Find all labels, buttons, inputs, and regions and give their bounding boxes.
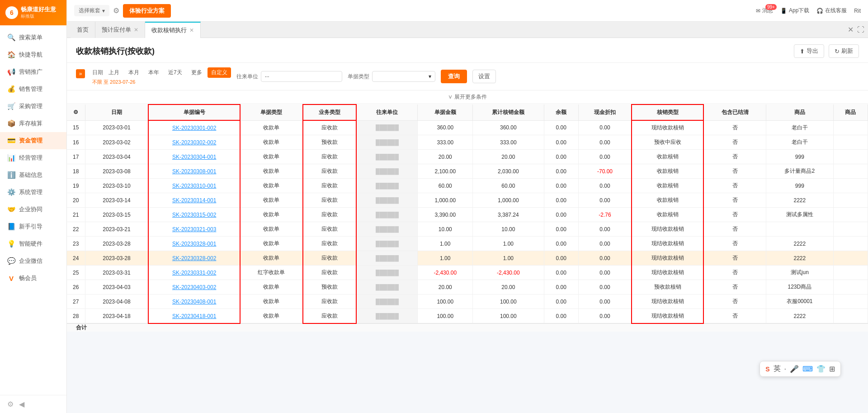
table-row[interactable]: 17 2023-03-04 SK-20230304-001 收款单 应收款 ██…	[67, 150, 868, 164]
sidebar-item-marketing[interactable]: 📢 营销推广	[0, 63, 66, 81]
tab-collection-close[interactable]: ✕	[189, 27, 194, 33]
sidebar-item-shortcut[interactable]: 🏠 快捷导航	[0, 46, 66, 63]
table-row[interactable]: 15 2023-03-01 SK-20230301-002 收款单 应收款 ██…	[67, 120, 868, 135]
row-bill-type: 收款单	[240, 309, 303, 324]
row-cancel-type: 预收款核销	[632, 280, 703, 294]
table-row[interactable]: 24 2023-03-28 SK-20230328-002 收款单 应收款 ██…	[67, 251, 868, 266]
system-icon: ⚙️	[7, 188, 15, 196]
sidebar-item-hardware[interactable]: 💡 智能硬件	[0, 235, 66, 252]
sidebar-item-system[interactable]: ⚙️ 系统管理	[0, 184, 66, 201]
gear-icon[interactable]: ⚙	[113, 6, 119, 15]
tab-home[interactable]: 首页	[71, 22, 95, 38]
row-biz-type: 预收款	[303, 280, 357, 294]
user-info[interactable]: Rit	[854, 8, 861, 14]
ime-grid-icon[interactable]: ⊞	[829, 365, 835, 373]
row-bill-no[interactable]: SK-20230418-001	[148, 309, 240, 324]
row-bill-no[interactable]: SK-20230321-003	[148, 222, 240, 237]
date-custom-btn[interactable]: 自定义	[208, 67, 231, 78]
date-last-month-btn[interactable]: 上月	[105, 67, 123, 78]
row-bill-no[interactable]: SK-20230301-002	[148, 120, 240, 135]
ime-en-icon[interactable]: 英	[774, 364, 781, 374]
sidebar-item-operation[interactable]: 📊 经营管理	[0, 149, 66, 166]
collapse-icon[interactable]: ◀	[19, 400, 24, 408]
row-bill-no[interactable]: SK-20230408-001	[148, 294, 240, 309]
refresh-button[interactable]: ↻ 刷新	[829, 44, 859, 58]
guide-icon: 📘	[7, 223, 15, 231]
date-this-month-btn[interactable]: 本月	[125, 67, 143, 78]
row-cancel-type: 现结收款核销	[632, 309, 703, 324]
row-included: 否	[703, 179, 766, 193]
message-badge: 99+	[765, 4, 777, 10]
ime-music-icon[interactable]: ·	[784, 365, 786, 373]
table-row[interactable]: 18 2023-03-08 SK-20230308-001 收款单 应收款 ██…	[67, 164, 868, 179]
date-7days-btn[interactable]: 近7天	[165, 67, 186, 78]
tab-close-all-button[interactable]: ✕	[848, 25, 854, 34]
sidebar-item-enterprise[interactable]: 🤝 企业协同	[0, 201, 66, 218]
row-cancel-type: 收款核销	[632, 164, 703, 179]
table-row[interactable]: 22 2023-03-21 SK-20230321-003 收款单 应收款 ██…	[67, 222, 868, 237]
row-included: 否	[703, 208, 766, 222]
sidebar-item-finance[interactable]: 💳 资金管理	[0, 132, 66, 149]
table-row[interactable]: 25 2023-03-31 SK-20230331-002 红字收款单 应收款 …	[67, 266, 868, 280]
table-row[interactable]: 21 2023-03-15 SK-20230315-002 收款单 应收款 ██…	[67, 208, 868, 222]
row-bill-no[interactable]: SK-20230310-001	[148, 179, 240, 193]
filter-toggle-button[interactable]: »	[76, 69, 85, 78]
tab-collection[interactable]: 收款核销执行 ✕	[145, 22, 201, 38]
app-download-button[interactable]: 📱 App下载	[780, 7, 809, 14]
sidebar-item-purchase[interactable]: 🛒 采购管理	[0, 98, 66, 115]
row-partner: ██████	[356, 251, 418, 266]
export-button[interactable]: ⬆ 导出	[794, 44, 824, 58]
row-included: 否	[703, 237, 766, 251]
sidebar-item-sales[interactable]: 💰 销售管理	[0, 81, 66, 98]
row-bill-no[interactable]: SK-20230308-001	[148, 164, 240, 179]
message-button[interactable]: ✉ 消息 99+	[756, 7, 773, 14]
row-bill-no[interactable]: SK-20230302-002	[148, 135, 240, 150]
query-button[interactable]: 查询	[441, 70, 467, 83]
table-row[interactable]: 28 2023-04-18 SK-20230418-001 收款单 应收款 ██…	[67, 309, 868, 324]
sidebar-item-wechat[interactable]: 💬 企业微信	[0, 252, 66, 270]
ime-keyboard-icon[interactable]: ⌨	[802, 365, 813, 373]
partner-input[interactable]: ···	[261, 71, 342, 82]
tab-maximize-button[interactable]: ⛶	[857, 25, 864, 34]
row-bill-no[interactable]: SK-20230314-001	[148, 193, 240, 208]
row-bill-no[interactable]: SK-20230331-002	[148, 266, 240, 280]
date-more-btn[interactable]: 更多	[188, 67, 206, 78]
row-bill-no[interactable]: SK-20230328-001	[148, 237, 240, 251]
row-balance: 0.00	[544, 164, 578, 179]
voucher-type-select[interactable]: ▾	[372, 71, 435, 82]
tab-prepay[interactable]: 预计应付单 ✕	[95, 22, 145, 38]
row-partner: ██████	[356, 309, 418, 324]
row-biz-type: 应收款	[303, 222, 357, 237]
col-settings-icon[interactable]: ⚙	[67, 104, 85, 120]
row-product2	[833, 237, 868, 251]
home-icon: 🏠	[7, 51, 15, 59]
row-bill-no[interactable]: SK-20230328-002	[148, 251, 240, 266]
row-acc-amount: 1,000.00	[473, 193, 544, 208]
table-row[interactable]: 23 2023-03-28 SK-20230328-001 收款单 应收款 ██…	[67, 237, 868, 251]
sidebar-item-guide[interactable]: 📘 新手引导	[0, 218, 66, 235]
solution-button[interactable]: 体验行业方案	[123, 4, 171, 18]
ime-skin-icon[interactable]: 👕	[816, 365, 826, 373]
sidebar-item-vip[interactable]: V 畅会员	[0, 270, 66, 287]
row-bill-no[interactable]: SK-20230304-001	[148, 150, 240, 164]
table-row[interactable]: 19 2023-03-10 SK-20230310-001 收款单 应收款 ██…	[67, 179, 868, 193]
row-biz-type: 应收款	[303, 120, 357, 135]
ime-mic-icon[interactable]: 🎤	[790, 365, 799, 373]
table-row[interactable]: 27 2023-04-08 SK-20230408-001 收款单 应收款 ██…	[67, 294, 868, 309]
expand-more-bar[interactable]: ∨ 展开更多条件	[67, 90, 868, 104]
sidebar-item-inventory[interactable]: 📦 库存核算	[0, 115, 66, 132]
date-this-year-btn[interactable]: 本年	[145, 67, 163, 78]
table-row[interactable]: 26 2023-04-03 SK-20230403-002 收款单 预收款 ██…	[67, 280, 868, 294]
settings-button[interactable]: 设置	[472, 70, 496, 83]
table-row[interactable]: 16 2023-03-02 SK-20230302-002 收款单 预收款 ██…	[67, 135, 868, 150]
row-bill-no[interactable]: SK-20230315-002	[148, 208, 240, 222]
online-service-button[interactable]: 🎧 在线客服	[816, 7, 847, 14]
settings-icon[interactable]: ⚙	[7, 400, 14, 408]
account-selector[interactable]: 选择账套 ▾	[74, 5, 109, 16]
table-row[interactable]: 20 2023-03-14 SK-20230314-001 收款单 应收款 ██…	[67, 193, 868, 208]
sidebar-item-search[interactable]: 🔍 搜索菜单	[0, 29, 66, 46]
row-bill-no[interactable]: SK-20230403-002	[148, 280, 240, 294]
sidebar-item-basic[interactable]: ℹ️ 基础信息	[0, 166, 66, 184]
col-acc-amount: 累计核销金额	[473, 104, 544, 120]
tab-prepay-close[interactable]: ✕	[134, 27, 138, 33]
